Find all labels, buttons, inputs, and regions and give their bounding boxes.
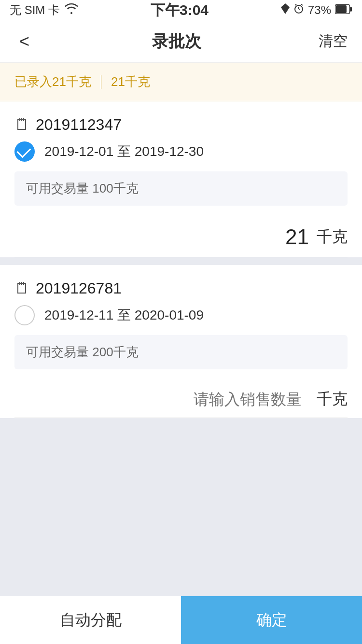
status-bar-right: 73%: [281, 3, 352, 17]
nav-bar: < 录批次 清空: [0, 20, 362, 63]
svg-line-4: [301, 4, 303, 5]
quantity-input-2[interactable]: [164, 391, 309, 408]
batch-date-row-2[interactable]: 2019-12-11 至 2020-01-09: [0, 305, 362, 335]
section-divider-1: [0, 257, 362, 265]
batch-card-2: 🗒 2019126781 2019-12-11 至 2020-01-09 可用交…: [0, 265, 362, 418]
sim-text: 无 SIM 卡: [10, 2, 60, 18]
batch-doc-icon-2: 🗒: [14, 280, 30, 297]
quantity-value-1: 21: [285, 225, 309, 249]
confirm-button[interactable]: 确定: [181, 596, 362, 644]
batch-doc-icon-1: 🗒: [14, 116, 30, 134]
batch-date-2: 2019-12-11 至 2020-01-09: [44, 306, 204, 324]
batch-date-row-1[interactable]: 2019-12-01 至 2019-12-30: [0, 141, 362, 171]
wifi-icon: [65, 3, 78, 17]
batch-card-1: 🗒 2019112347 2019-12-01 至 2019-12-30 可用交…: [0, 101, 362, 257]
back-button[interactable]: <: [14, 27, 34, 56]
main-content: 🗒 2019112347 2019-12-01 至 2019-12-30 可用交…: [0, 101, 362, 644]
batch-header-2: 🗒 2019126781: [0, 265, 362, 305]
quantity-unit-1: 千克: [317, 226, 348, 248]
batch-id-1: 2019112347: [36, 116, 122, 134]
batch-id-2: 2019126781: [36, 280, 122, 297]
svg-rect-7: [336, 5, 347, 13]
battery-icon: [335, 3, 352, 17]
auto-distribute-button[interactable]: 自动分配: [0, 596, 181, 644]
radio-button-2[interactable]: [14, 305, 35, 325]
status-bar-time: 下午3:04: [151, 0, 209, 20]
clear-button[interactable]: 清空: [319, 31, 348, 51]
summary-divider: [101, 75, 101, 89]
summary-recorded: 已录入21千克: [14, 73, 91, 90]
quantity-row-1: 21 千克: [0, 215, 362, 257]
svg-rect-6: [350, 7, 352, 12]
status-bar: 无 SIM 卡 下午3:04 73%: [0, 0, 362, 20]
batch-availability-2: 可用交易量 200千克: [14, 335, 348, 369]
summary-total: 21千克: [111, 73, 150, 90]
battery-text: 73%: [308, 3, 331, 17]
batch-availability-1: 可用交易量 100千克: [14, 171, 348, 206]
status-bar-left: 无 SIM 卡: [10, 2, 78, 18]
quantity-unit-2: 千克: [317, 389, 348, 410]
bottom-bar: 自动分配 确定: [0, 596, 362, 644]
alarm-icon: [293, 3, 304, 17]
summary-bar: 已录入21千克 21千克: [0, 63, 362, 101]
svg-line-3: [295, 4, 296, 5]
location-icon: [281, 3, 290, 17]
batch-date-1: 2019-12-01 至 2019-12-30: [44, 142, 204, 161]
quantity-row-2: 千克: [0, 379, 362, 418]
radio-button-1[interactable]: [14, 141, 35, 162]
batch-header-1: 🗒 2019112347: [0, 101, 362, 141]
page-title: 录批次: [152, 30, 201, 53]
